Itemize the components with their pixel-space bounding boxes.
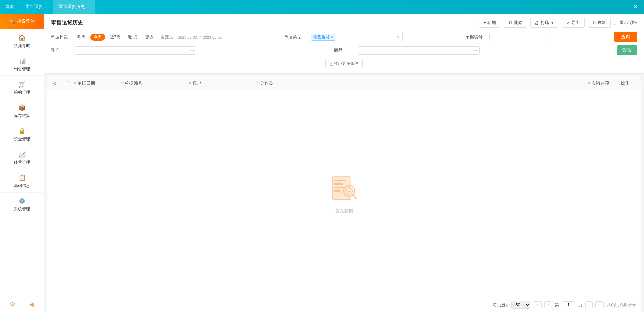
- svg-rect-3: [334, 187, 345, 188]
- goods-filter-dots-icon[interactable]: ···: [473, 47, 477, 53]
- page-last-button[interactable]: »: [595, 301, 604, 308]
- th-amount[interactable]: ⇅ 实销金额: [571, 80, 612, 86]
- date-btn-1month[interactable]: 近1月: [125, 34, 141, 41]
- th-guide[interactable]: ⇅ 导购员: [254, 80, 571, 86]
- refresh-icon: ↻: [592, 20, 596, 25]
- finance-icon: 🔒: [18, 127, 26, 135]
- th-action-label: 操作: [621, 80, 629, 86]
- svg-point-6: [346, 187, 353, 194]
- tab-retail-return-history-label: 零售退货历史: [58, 4, 85, 10]
- sidebar: 🔍 搜索菜单 🏠 快捷导航 📊 销售管理 🛒 采购管理 📦 库存核算 🔒 资金管…: [0, 14, 44, 312]
- type-filter-label: 单据类型: [284, 34, 303, 40]
- date-btn-more[interactable]: 更多: [143, 34, 156, 41]
- page-total: 共0页, 0条记录: [606, 302, 636, 308]
- th-date[interactable]: ⇅ 单据日期: [71, 80, 118, 86]
- sidebar-item-inventory-label: 库存核算: [14, 113, 30, 119]
- table-settings-icon[interactable]: ⚙: [49, 81, 60, 86]
- date-filter-group: 昨天 今天 近7天 近1月 更多 自定义 2023-06-02 至 2023-0…: [75, 34, 222, 41]
- sidebar-search[interactable]: 🔍 搜索菜单: [0, 14, 44, 29]
- th-sort-icon-number: ⇅: [121, 81, 124, 85]
- th-action: 操作: [612, 80, 639, 86]
- th-amount-label: 实销金额: [591, 80, 609, 86]
- collapse-up-icon: △: [330, 61, 333, 66]
- window-close-button[interactable]: ×: [631, 2, 640, 12]
- svg-rect-2: [334, 183, 343, 185]
- select-all-input[interactable]: [64, 81, 68, 85]
- type-filter-select[interactable]: 零售退货 × ▼: [308, 32, 403, 42]
- sidebar-item-quick-nav-label: 快捷导航: [14, 43, 30, 49]
- sidebar-item-purchase[interactable]: 🛒 采购管理: [0, 76, 44, 99]
- sidebar-item-sales-label: 销售管理: [14, 66, 30, 72]
- date-btn-custom[interactable]: 自定义: [158, 34, 176, 41]
- tab-home-label: 首页: [5, 4, 14, 10]
- page-first-button[interactable]: «: [533, 301, 542, 308]
- export-button[interactable]: ↗ 导出: [562, 18, 585, 28]
- th-date-label: 单据日期: [77, 80, 95, 86]
- tab-retail-return-label: 零售退货: [25, 4, 43, 10]
- page-input[interactable]: [562, 301, 575, 308]
- type-select-arrow-icon: ▼: [396, 35, 400, 39]
- new-button[interactable]: + 新增: [479, 18, 500, 28]
- tab-home[interactable]: 首页: [0, 0, 20, 14]
- th-number[interactable]: ⇅ 单据编号: [118, 80, 186, 86]
- print-label: 打印: [541, 20, 549, 26]
- per-page-select[interactable]: 50 10 20 100: [511, 301, 530, 309]
- collapse-sidebar-icon[interactable]: ◀: [29, 300, 34, 308]
- th-sort-icon-guide: ⇅: [256, 81, 259, 85]
- date-btn-today[interactable]: 今天: [90, 34, 105, 41]
- date-btn-yesterday[interactable]: 昨天: [75, 34, 88, 41]
- page-label: 第: [555, 302, 559, 308]
- collapse-row: △ 收起更多条件: [51, 59, 637, 71]
- empty-state: 暂无数据: [47, 90, 641, 297]
- number-filter-input[interactable]: [489, 33, 552, 41]
- sidebar-item-basic-info-label: 基础信息: [14, 183, 30, 189]
- date-range-display: 2023-06-02 至 2023-06-02: [178, 34, 222, 40]
- sales-icon: 📊: [18, 57, 26, 65]
- print-arrow-icon: ▼: [551, 21, 554, 25]
- svg-rect-1: [334, 180, 346, 181]
- page-next-button[interactable]: ›: [585, 301, 593, 308]
- home-icon: 🏠: [18, 34, 26, 41]
- basic-info-icon: 📋: [18, 174, 26, 181]
- goods-filter-input[interactable]: [358, 46, 480, 55]
- per-page-label: 每页显示: [493, 302, 510, 308]
- sidebar-item-sales[interactable]: 📊 销售管理: [0, 52, 44, 76]
- inventory-icon: 📦: [18, 104, 26, 111]
- empty-text: 暂无数据: [335, 208, 353, 214]
- refresh-button[interactable]: ↻ 刷新: [588, 18, 611, 28]
- toolbar: + 新增 🗑 删除 🖨 打印 ▼ ↗ 导出 ↻ 刷新: [479, 18, 637, 28]
- sidebar-item-system[interactable]: ⚙️ 系统管理: [0, 193, 44, 216]
- date-range-text: 2023-06-02 至 2023-06-02: [178, 35, 222, 40]
- show-detail-checkbox[interactable]: [614, 21, 618, 25]
- page-prev-button[interactable]: ‹: [544, 301, 552, 308]
- tab-retail-return-history[interactable]: 零售退货历史 ×: [53, 0, 95, 14]
- filter-row-2: 客户 ··· 商品 ··· 设置: [51, 45, 637, 55]
- th-customer-label: 客户: [192, 80, 201, 86]
- tab-retail-return-history-close[interactable]: ×: [87, 4, 89, 9]
- print-button[interactable]: 🖨 打印 ▼: [530, 18, 558, 28]
- customer-filter-input[interactable]: [75, 46, 196, 55]
- th-sort-icon-date: ⇅: [74, 81, 76, 85]
- sidebar-item-inventory[interactable]: 📦 库存核算: [0, 99, 44, 122]
- sidebar-item-quick-nav[interactable]: 🏠 快捷导航: [0, 29, 44, 52]
- customer-filter-dots-icon[interactable]: ···: [190, 47, 194, 53]
- type-tag-close[interactable]: ×: [331, 35, 333, 39]
- settings-button[interactable]: 设置: [617, 45, 637, 55]
- sidebar-item-operations[interactable]: 📈 经营管理: [0, 146, 44, 169]
- export-icon: ↗: [566, 20, 570, 25]
- table-select-all-checkbox[interactable]: [60, 81, 71, 85]
- th-customer[interactable]: ⇅ 客户: [186, 80, 254, 86]
- date-btn-7days[interactable]: 近7天: [107, 34, 123, 41]
- collapse-label: 收起更多条件: [334, 61, 358, 66]
- operations-icon: 📈: [18, 151, 26, 158]
- sidebar-item-purchase-label: 采购管理: [14, 90, 30, 95]
- settings-bottom-icon[interactable]: ⚙: [10, 300, 15, 308]
- query-button[interactable]: 查询: [614, 32, 637, 42]
- tab-retail-return[interactable]: 零售退货 ×: [20, 0, 53, 14]
- sidebar-search-label: 搜索菜单: [17, 18, 34, 24]
- sidebar-item-basic-info[interactable]: 📋 基础信息: [0, 169, 44, 193]
- sidebar-item-finance[interactable]: 🔒 资金管理: [0, 122, 44, 146]
- collapse-button[interactable]: △ 收起更多条件: [325, 59, 363, 68]
- delete-button[interactable]: 🗑 删除: [504, 18, 527, 28]
- tab-retail-return-close[interactable]: ×: [45, 4, 47, 9]
